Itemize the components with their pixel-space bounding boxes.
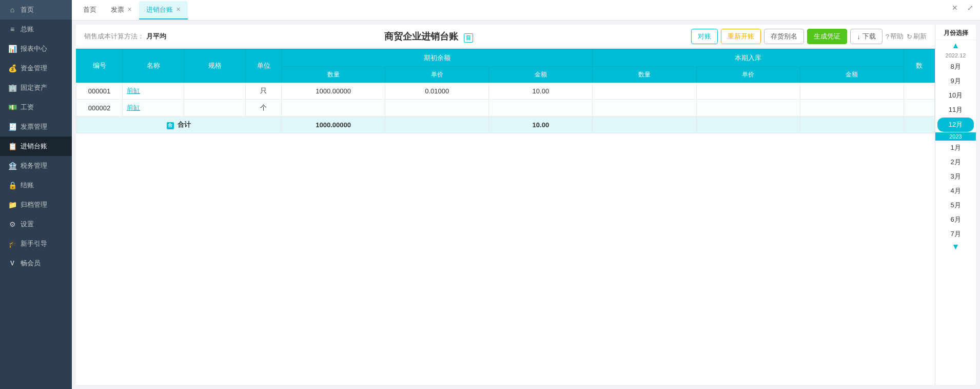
tab-inventory-label: 进销台账 bbox=[146, 5, 173, 14]
col-extra: 数 bbox=[904, 49, 935, 83]
window-maximize-btn[interactable]: ⤢ bbox=[965, 2, 976, 13]
month-up-button[interactable]: ▲ bbox=[952, 42, 960, 50]
col-opening-price: 单价 bbox=[385, 67, 489, 83]
col-name: 名称 bbox=[123, 49, 184, 83]
sidebar-item-label: 发票管理 bbox=[21, 122, 47, 131]
window-controls: ✕ ⤢ bbox=[949, 2, 976, 13]
sidebar-item-label: 固定资产 bbox=[21, 83, 47, 92]
sidebar-item-reports[interactable]: 📊 报表中心 bbox=[0, 39, 72, 59]
cell-inbound-amount bbox=[800, 83, 904, 100]
salary-icon: 💵 bbox=[8, 103, 16, 111]
main-panel: 销售成本计算方法： 月平均 商贸企业进销台账 目 对账 重新开账 存货别名 生成… bbox=[76, 25, 935, 385]
sidebar-item-home[interactable]: ⌂ 首页 bbox=[0, 0, 72, 20]
save-as-button[interactable]: 存货别名 bbox=[764, 29, 804, 44]
month-item-7[interactable]: 7月 bbox=[935, 227, 976, 241]
tab-inventory[interactable]: 进销台账 ✕ bbox=[139, 1, 188, 20]
month-nav-down: ▼ bbox=[935, 241, 976, 252]
sidebar-item-invoice-mgmt[interactable]: 🧾 发票管理 bbox=[0, 117, 72, 137]
generate-voucher-button[interactable]: 生成凭证 bbox=[807, 29, 847, 44]
month-item-2[interactable]: 2月 bbox=[935, 155, 976, 169]
month-item-8[interactable]: 8月 bbox=[935, 60, 976, 74]
total-opening-amount: 10.00 bbox=[489, 116, 593, 133]
member-icon: V bbox=[8, 260, 16, 267]
cell-inbound-price bbox=[696, 100, 800, 116]
sidebar-item-label: 报表中心 bbox=[21, 44, 47, 53]
cell-opening-qty bbox=[282, 100, 385, 116]
total-icon: 合 bbox=[167, 122, 174, 129]
close-books-icon: 🔒 bbox=[8, 181, 16, 189]
col-unit: 单位 bbox=[246, 49, 282, 83]
col-opening-qty: 数量 bbox=[282, 67, 385, 83]
total-opening-price bbox=[385, 116, 489, 133]
refresh-button[interactable]: ↻ 刷新 bbox=[907, 32, 927, 41]
sidebar-item-guide[interactable]: 🎓 新手引导 bbox=[0, 234, 72, 254]
cost-method-label: 销售成本计算方法： bbox=[84, 32, 144, 41]
sidebar-item-label: 首页 bbox=[21, 5, 34, 14]
content-area: 销售成本计算方法： 月平均 商贸企业进销台账 目 对账 重新开账 存货别名 生成… bbox=[72, 21, 980, 389]
gear-icon: ⚙ bbox=[8, 220, 16, 228]
help-button[interactable]: ? 帮助 bbox=[886, 32, 904, 41]
month-item-10[interactable]: 10月 bbox=[935, 88, 976, 103]
col-inbound-amount: 金额 bbox=[800, 67, 904, 83]
table-container: 编号 名称 规格 单位 期初余额 本期入库 数 数量 单价 金额 数 bbox=[76, 49, 935, 385]
sidebar-item-ledger[interactable]: ≡ 总账 bbox=[0, 20, 72, 39]
reports-icon: 📊 bbox=[8, 45, 16, 53]
month-down-button[interactable]: ▼ bbox=[952, 243, 960, 251]
page-title-text: 商贸企业进销台账 bbox=[384, 31, 458, 42]
month-item-9[interactable]: 9月 bbox=[935, 74, 976, 88]
sidebar-item-close[interactable]: 🔒 结账 bbox=[0, 176, 72, 195]
tab-inventory-close[interactable]: ✕ bbox=[176, 7, 181, 12]
tab-invoice-label: 发票 bbox=[111, 5, 124, 14]
year-2023-tag: 2023 bbox=[935, 132, 976, 141]
total-opening-qty: 1000.00000 bbox=[282, 116, 385, 133]
cell-unit: 个 bbox=[246, 100, 282, 116]
cell-name: 前缸 bbox=[123, 100, 184, 116]
total-label: 合 合计 bbox=[76, 116, 282, 133]
sidebar-item-assets[interactable]: 🏢 固定资产 bbox=[0, 78, 72, 98]
name-link[interactable]: 前缸 bbox=[127, 87, 140, 94]
cell-opening-price bbox=[385, 100, 489, 116]
sidebar-item-label: 新手引导 bbox=[21, 239, 47, 248]
month-item-11[interactable]: 11月 bbox=[935, 103, 976, 117]
sidebar-item-settings[interactable]: ⚙ 设置 bbox=[0, 215, 72, 234]
cell-code: 000002 bbox=[76, 100, 123, 116]
month-item-5[interactable]: 5月 bbox=[935, 198, 976, 212]
sidebar-item-tax[interactable]: 🏦 税务管理 bbox=[0, 156, 72, 176]
download-button[interactable]: ↓ 下载 bbox=[850, 29, 883, 44]
month-item-3[interactable]: 3月 bbox=[935, 169, 976, 184]
col-current-inbound: 本期入库 bbox=[593, 49, 904, 67]
table-row: 000001 前缸 只 1000.00000 0.01000 10.00 bbox=[76, 83, 935, 100]
tax-icon: 🏦 bbox=[8, 162, 16, 170]
cell-unit: 只 bbox=[246, 83, 282, 100]
reopen-button[interactable]: 重新开账 bbox=[721, 29, 761, 44]
inventory-icon: 📋 bbox=[8, 142, 16, 150]
month-item-4[interactable]: 4月 bbox=[935, 184, 976, 198]
page-title: 商贸企业进销台账 目 bbox=[166, 30, 691, 43]
year-2022-label: 2022.12 bbox=[946, 51, 966, 60]
month-item-1[interactable]: 1月 bbox=[935, 141, 976, 155]
sidebar-item-member[interactable]: V 畅会员 bbox=[0, 254, 72, 273]
cell-inbound-price bbox=[696, 83, 800, 100]
month-item-6[interactable]: 6月 bbox=[935, 212, 976, 227]
sidebar-item-salary[interactable]: 💵 工资 bbox=[0, 98, 72, 117]
sidebar-item-finance[interactable]: 💰 资金管理 bbox=[0, 59, 72, 78]
total-inbound-price bbox=[696, 116, 800, 133]
month-item-12[interactable]: 12月 bbox=[937, 118, 974, 132]
title-info-icon[interactable]: 目 bbox=[464, 33, 473, 43]
table-row: 000002 前缸 个 bbox=[76, 100, 935, 116]
reconcile-button[interactable]: 对账 bbox=[691, 29, 718, 44]
sidebar-item-archive[interactable]: 📁 归档管理 bbox=[0, 195, 72, 215]
tab-home[interactable]: 首页 bbox=[76, 1, 104, 20]
cell-opening-amount bbox=[489, 100, 593, 116]
tab-invoice[interactable]: 发票 ✕ bbox=[104, 1, 139, 20]
tab-invoice-close[interactable]: ✕ bbox=[127, 7, 132, 12]
guide-icon: 🎓 bbox=[8, 240, 16, 248]
sidebar-item-inventory[interactable]: 📋 进销台账 bbox=[0, 137, 72, 156]
month-selector-title: 月份选择 bbox=[935, 27, 976, 40]
sidebar-item-label: 设置 bbox=[21, 220, 34, 229]
archive-icon: 📁 bbox=[8, 201, 16, 209]
name-link[interactable]: 前缸 bbox=[127, 104, 140, 111]
cell-opening-price: 0.01000 bbox=[385, 83, 489, 100]
col-inbound-qty: 数量 bbox=[593, 67, 696, 83]
window-close-btn[interactable]: ✕ bbox=[949, 2, 961, 13]
